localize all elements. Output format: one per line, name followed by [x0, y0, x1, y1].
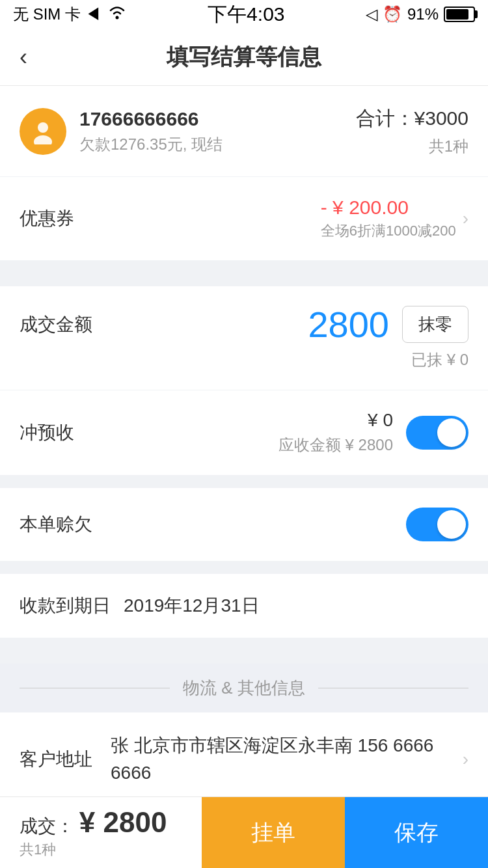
total-count: 共1种	[356, 136, 468, 157]
user-left: 17666666666 欠款1276.35元, 现结	[20, 108, 223, 155]
transaction-section: 成交金额 2800 抹零 已抹 ¥ 0	[0, 286, 488, 390]
coupon-amount: - ¥ 200.00	[321, 197, 456, 219]
duedate-section: 收款到期日 2019年12月31日	[0, 574, 488, 638]
hang-order-button[interactable]: 挂单	[202, 797, 345, 869]
sim-label: 无 SIM 卡 ◀	[13, 4, 101, 25]
svg-point-2	[34, 135, 52, 144]
user-right: 合计：¥3000 共1种	[356, 105, 468, 157]
precollect-row: 冲预收 ¥ 0 应收金额 ¥ 2800	[20, 410, 468, 455]
page-title: 填写结算等信息	[167, 42, 321, 72]
section-divider-1	[0, 273, 488, 286]
bottom-total-amount: ¥ 2800	[79, 806, 167, 838]
save-button[interactable]: 保存	[345, 797, 488, 869]
address-section[interactable]: 客户地址 张 北京市市辖区海淀区永丰南 156 6666 6666 ›	[0, 712, 488, 806]
back-button[interactable]: ‹	[20, 44, 27, 71]
time-display: 下午4:03	[208, 1, 284, 28]
address-label: 客户地址	[20, 747, 98, 772]
debt-label: 本单赊欠	[20, 512, 92, 537]
status-right: ◁ ⏰ 91%	[366, 5, 475, 23]
location-icon: ◁	[366, 5, 377, 23]
address-value: 张 北京市市辖区海淀区永丰南 156 6666 6666	[111, 732, 463, 787]
user-info: 17666666666 欠款1276.35元, 现结	[79, 108, 223, 155]
alarm-icon: ⏰	[383, 5, 402, 23]
address-chevron-icon: ›	[463, 749, 468, 770]
logistics-divider: 物流 & 其他信息	[0, 664, 488, 712]
status-bar: 无 SIM 卡 ◀ 下午4:03 ◁ ⏰ 91%	[0, 0, 488, 29]
bottom-info: 成交： ¥ 2800 共1种	[0, 806, 202, 860]
battery-percent: 91%	[407, 5, 439, 23]
precollect-sub: 应收金额 ¥ 2800	[278, 435, 393, 455]
debt-toggle[interactable]	[406, 508, 468, 541]
duedate-row: 收款到期日 2019年12月31日	[20, 593, 468, 618]
amount-row: 成交金额 2800 抹零	[20, 306, 468, 343]
svg-point-1	[38, 122, 48, 133]
precollect-section: 冲预收 ¥ 0 应收金额 ¥ 2800	[0, 390, 488, 475]
amount-value-area: 2800 抹零	[308, 306, 468, 343]
nav-bar: ‹ 填写结算等信息	[0, 29, 488, 86]
svg-point-0	[115, 16, 118, 20]
logistics-label: 物流 & 其他信息	[183, 677, 305, 699]
section-divider-3	[0, 651, 488, 664]
battery-icon	[444, 7, 475, 22]
avatar	[20, 108, 66, 155]
debt-section: 本单赊欠	[0, 488, 488, 561]
wifi-icon	[107, 5, 127, 23]
precollect-values: ¥ 0 应收金额 ¥ 2800	[278, 410, 393, 455]
section-divider-2	[0, 475, 488, 488]
coupon-label: 优惠券	[20, 206, 74, 231]
coupon-info: - ¥ 200.00 全场6折满1000减200	[321, 197, 456, 241]
transaction-sub: 已抹 ¥ 0	[20, 349, 468, 370]
coupon-right: - ¥ 200.00 全场6折满1000减200 ›	[321, 197, 468, 241]
user-row: 17666666666 欠款1276.35元, 现结 合计：¥3000 共1种	[0, 86, 488, 177]
precollect-right: ¥ 0 应收金额 ¥ 2800	[278, 410, 468, 455]
bottom-bar: 成交： ¥ 2800 共1种 挂单 保存	[0, 796, 488, 868]
precollect-label: 冲预收	[20, 420, 74, 445]
transaction-amount: 2800	[308, 306, 389, 343]
duedate-label: 收款到期日	[20, 593, 111, 618]
divider-line-right	[318, 688, 468, 688]
coupon-desc: 全场6折满1000减200	[321, 221, 456, 241]
bottom-total-label: 成交：	[20, 816, 74, 836]
total-amount: 合计：¥3000	[356, 105, 468, 132]
user-card: 17666666666 欠款1276.35元, 现结 合计：¥3000 共1种 …	[0, 86, 488, 260]
bottom-total-line: 成交： ¥ 2800	[20, 806, 182, 839]
precollect-amount: ¥ 0	[278, 410, 393, 431]
content: 17666666666 欠款1276.35元, 现结 合计：¥3000 共1种 …	[0, 86, 488, 868]
status-left: 无 SIM 卡 ◀	[13, 4, 127, 25]
chevron-right-icon: ›	[463, 208, 468, 229]
precollect-toggle[interactable]	[406, 416, 468, 450]
user-sub-text: 欠款1276.35元, 现结	[79, 134, 223, 155]
user-phone: 17666666666	[79, 108, 223, 130]
duedate-value: 2019年12月31日	[124, 593, 260, 618]
transaction-label: 成交金额	[20, 312, 92, 337]
divider-line-left	[20, 688, 170, 688]
coupon-row[interactable]: 优惠券 - ¥ 200.00 全场6折满1000减200 ›	[0, 177, 488, 260]
round-zero-button[interactable]: 抹零	[402, 306, 468, 343]
bottom-count: 共1种	[20, 840, 182, 860]
